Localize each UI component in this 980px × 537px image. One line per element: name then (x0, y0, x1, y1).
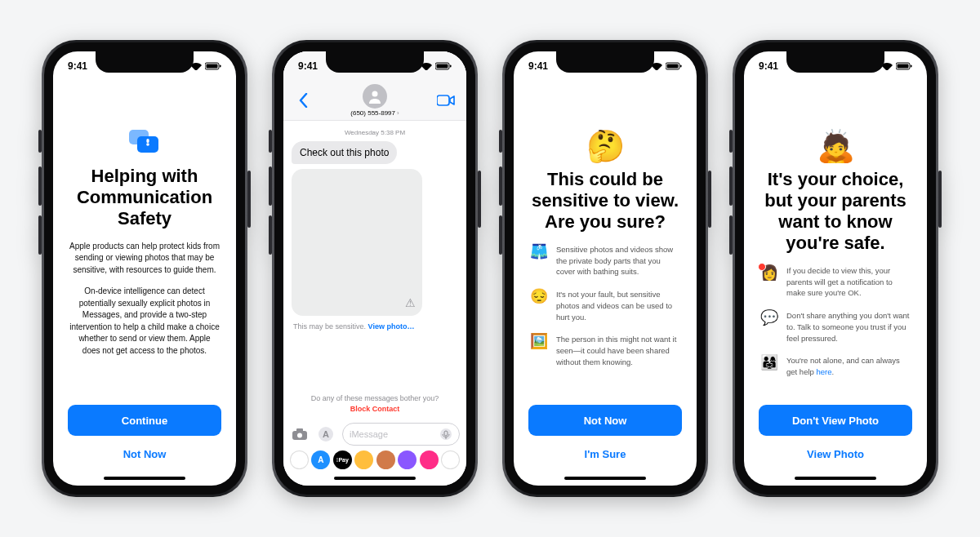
bullet-emoji-icon: 😔 (530, 289, 546, 322)
sheet-para-1: Apple products can help protect kids fro… (69, 241, 220, 277)
svg-rect-9 (450, 65, 452, 68)
contact-avatar[interactable] (363, 84, 387, 109)
sheet-title: It's your choice, but your parents want … (759, 169, 912, 254)
svg-point-5 (146, 143, 149, 146)
svg-rect-13 (296, 428, 303, 432)
im-sure-button[interactable]: I'm Sure (580, 447, 631, 461)
info-sheet-1: 9:41 (53, 51, 236, 486)
svg-rect-1 (207, 64, 218, 69)
bullet-emoji-icon: 💬 (760, 310, 777, 344)
view-photo-link[interactable]: View photo… (368, 322, 415, 331)
bullet-text: It's not your fault, but sensitive photo… (556, 289, 680, 322)
svg-text:A: A (323, 429, 329, 439)
block-contact-link[interactable]: Block Contact (292, 405, 458, 413)
bullet-item: 🖼️The person in this might not want it s… (530, 334, 680, 367)
svg-rect-11 (437, 95, 449, 105)
status-time: 9:41 (528, 60, 548, 72)
app-tray-item[interactable] (398, 450, 416, 469)
app-tray-item[interactable]: Pay (333, 450, 352, 469)
bullet-emoji-icon: 👨‍👩‍👧 (760, 355, 777, 378)
bullet-text: Sensitive photos and videos show the pri… (556, 244, 680, 277)
bullet-text: If you decide to view this, your parents… (786, 265, 911, 299)
phone-2: 9:41 (272, 40, 478, 497)
bullet-text: The person in this might not want it see… (556, 334, 680, 367)
not-now-button[interactable]: Not Now (118, 447, 172, 461)
back-button[interactable] (293, 93, 314, 108)
compose-bar: A iMessage (283, 419, 466, 449)
sheet-title: This could be sensitive to view. Are you… (528, 169, 682, 233)
svg-rect-22 (898, 64, 909, 69)
bullet-item: 😔It's not your fault, but sensitive phot… (530, 289, 680, 322)
messages-screen: 9:41 (283, 51, 466, 486)
status-time: 9:41 (68, 60, 87, 72)
app-tray-item[interactable] (441, 450, 460, 469)
chat-alert-icon (68, 128, 221, 161)
svg-rect-19 (667, 64, 679, 69)
app-tray[interactable]: APay (283, 449, 466, 486)
bullet-emoji-icon: 🩳 (530, 244, 546, 277)
message-thread[interactable]: Wednesday 5:38 PM Check out this photo ⚠… (283, 121, 466, 419)
bow-emoji-icon: 🙇 (759, 128, 912, 164)
sheet-para-2: On-device intelligence can detect potent… (69, 286, 220, 357)
facetime-button[interactable] (435, 95, 457, 106)
notch (556, 51, 654, 73)
app-tray-item[interactable] (290, 450, 309, 469)
bullet-link[interactable]: here (816, 367, 831, 376)
bother-prompt: Do any of these messages bother you? (292, 394, 458, 402)
svg-rect-2 (220, 65, 221, 68)
message-input[interactable]: iMessage (342, 423, 460, 446)
blurred-photo-attachment[interactable]: ⚠︎ (292, 169, 422, 316)
home-indicator[interactable] (104, 477, 185, 480)
warning-icon: ⚠︎ (405, 296, 416, 309)
phone-4: 9:41 🙇 It's your choice, but your parent… (733, 40, 938, 497)
notch (326, 51, 424, 73)
status-time: 9:41 (759, 60, 778, 72)
contact-name[interactable]: (650) 555-8997› (350, 109, 399, 117)
camera-button[interactable] (290, 424, 310, 444)
phone-1: 9:41 (42, 40, 247, 497)
appstore-button[interactable]: A (316, 424, 336, 444)
notch (96, 51, 194, 73)
messages-header: (650) 555-8997› (283, 81, 466, 121)
bullet-text: You're not alone, and can always get hel… (786, 355, 911, 378)
app-tray-item[interactable]: A (311, 450, 330, 469)
view-photo-button[interactable]: View Photo (802, 447, 869, 461)
bullet-emoji-icon: 🖼️ (530, 334, 546, 367)
thinking-emoji-icon: 🤔 (528, 128, 682, 164)
bullet-text: Don't share anything you don't want to. … (786, 310, 911, 344)
svg-point-14 (297, 433, 302, 438)
bullet-emoji-icon: 👩 (760, 265, 777, 299)
bullet-item: 🩳Sensitive photos and videos show the pr… (530, 244, 680, 277)
info-sheet-4: 9:41 🙇 It's your choice, but your parent… (744, 51, 927, 486)
voice-memo-icon[interactable] (439, 428, 452, 441)
svg-rect-23 (911, 65, 912, 68)
dont-view-photo-button[interactable]: Don't View Photo (759, 405, 912, 436)
notch (786, 51, 884, 73)
app-tray-item[interactable] (420, 450, 439, 469)
svg-point-10 (372, 91, 378, 97)
svg-rect-6 (146, 139, 149, 143)
incoming-bubble[interactable]: Check out this photo (292, 141, 397, 164)
svg-rect-20 (680, 65, 682, 68)
app-tray-item[interactable] (376, 450, 395, 469)
home-indicator[interactable] (795, 477, 876, 480)
bullet-item: 💬Don't share anything you don't want to.… (760, 310, 911, 344)
app-tray-item[interactable] (354, 450, 373, 469)
continue-button[interactable]: Continue (68, 405, 221, 436)
bullet-item: 👩If you decide to view this, your parent… (760, 265, 911, 299)
timestamp-label: Wednesday 5:38 PM (292, 129, 458, 136)
phone-3: 9:41 🤔 This could be sensitive to view. … (502, 40, 708, 497)
stage: 9:41 (0, 0, 980, 537)
bullet-item: 👨‍👩‍👧You're not alone, and can always ge… (760, 355, 911, 378)
sheet-title: Helping with Communication Safety (68, 166, 221, 229)
status-time: 9:41 (298, 60, 318, 72)
home-indicator[interactable] (564, 477, 646, 480)
not-now-button[interactable]: Not Now (528, 405, 682, 436)
info-sheet-3: 9:41 🤔 This could be sensitive to view. … (514, 51, 697, 486)
home-indicator[interactable] (334, 477, 416, 480)
sensitive-caption: This may be sensitive. View photo… (293, 322, 414, 331)
svg-rect-8 (437, 64, 448, 69)
